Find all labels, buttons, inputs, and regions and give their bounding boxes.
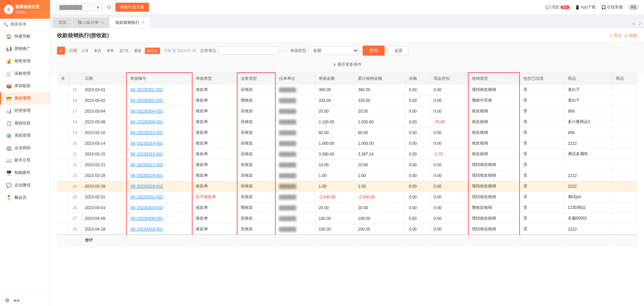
col-header-write-off-amount[interactable]: 累计核销金额: [355, 73, 406, 84]
partner-input[interactable]: [218, 47, 279, 55]
message-link[interactable]: 💬 消息 99+: [545, 4, 570, 10]
cell-write-off-type: 现结收款核销: [468, 181, 520, 192]
col-header-voucher-no[interactable]: 单据编号: [126, 73, 192, 84]
cell-gear: [57, 160, 69, 170]
settings-icon[interactable]: ⚙️: [5, 298, 10, 303]
sidebar-item-quick-nav[interactable]: 🏠 快捷导航: [0, 30, 50, 43]
gear-icon[interactable]: ⚙: [107, 4, 111, 10]
col-header-product2[interactable]: 商品: [612, 73, 637, 84]
sidebar-item-guide[interactable]: 📖 新手引导: [0, 154, 50, 167]
sidebar-item-marketing[interactable]: 📢 营销推广: [0, 43, 50, 55]
sidebar-item-wechat[interactable]: 💬 企业微信: [0, 179, 50, 191]
sidebar-item-inventory[interactable]: 📦 库存核算: [0, 80, 50, 92]
industry-solution-button[interactable]: 体验行业方案: [115, 3, 149, 12]
sidebar-item-operation[interactable]: 📊 经营管理: [0, 105, 50, 117]
close-all-icon[interactable]: ✕: [632, 22, 635, 26]
cell-include-settled: 否: [520, 106, 564, 117]
col-header-partner[interactable]: 往来单位: [275, 73, 315, 84]
collapse-icon[interactable]: ◀◀: [13, 298, 19, 303]
cell-amount: 20.00: [315, 202, 355, 213]
cell-product1: 2222: [565, 138, 612, 149]
user-avatar[interactable]: Rit: [628, 4, 639, 11]
date-opt-more[interactable]: 更多: [132, 48, 144, 54]
col-header-date[interactable]: 日期: [81, 73, 126, 84]
cell-voucher-no[interactable]: SK-20230418-001: [126, 224, 192, 235]
cell-biz-type: 应收款: [237, 127, 275, 138]
expand-more-conditions[interactable]: ∨ 展开更多条件: [329, 60, 366, 69]
sidebar-item-label: 智能硬件: [14, 170, 31, 176]
cell-biz-type: 应收款: [237, 213, 275, 224]
col-header-balance[interactable]: 余额: [406, 73, 430, 84]
refresh-button[interactable]: ↻ 刷新: [625, 33, 637, 39]
column-settings-icon[interactable]: ⚙: [61, 76, 65, 81]
cell-voucher-no[interactable]: SK-20230301-002: [126, 84, 192, 95]
cell-include-settled: 否: [520, 170, 564, 181]
sidebar-item-sales[interactable]: 💰 销售管理: [0, 55, 50, 67]
sidebar-item-corp[interactable]: 🏢 企业协同: [0, 142, 50, 154]
cell-biz-type: 应收款: [237, 224, 275, 235]
sidebar-item-hardware[interactable]: 🖥️ 智能硬件: [0, 167, 50, 179]
online-service-link[interactable]: 🎧 在线客服: [601, 4, 623, 10]
cell-voucher-no[interactable]: SK-20230321-003: [126, 160, 192, 170]
col-header-voucher-type[interactable]: 单据类型: [192, 73, 237, 84]
org-selector[interactable]: ████████ ▾: [56, 3, 103, 11]
date-opt-custom[interactable]: 自定义: [145, 48, 160, 54]
col-header-amount[interactable]: 单据金额: [315, 73, 355, 84]
export-button[interactable]: ↗ 导出: [609, 33, 622, 39]
cell-include-settled: 否: [520, 213, 564, 224]
tab-pre-receive[interactable]: 预□□应付单 ✕: [72, 17, 109, 28]
cell-voucher-no[interactable]: SK-20230308-001: [126, 117, 192, 127]
cell-voucher-no[interactable]: SK-20230328-001: [126, 170, 192, 181]
sidebar-item-system[interactable]: ⚙️ 系统管理: [0, 129, 50, 142]
tab-pre-receive-close[interactable]: ✕: [101, 20, 104, 25]
sidebar-item-member[interactable]: 🎖️ 畅会员: [0, 191, 50, 204]
cell-write-off-amount: 333.00: [355, 95, 406, 106]
col-header-gear[interactable]: ⚙: [57, 73, 69, 84]
sidebar-item-basic[interactable]: 📋 基础信息: [0, 117, 50, 129]
col-header-write-off-type[interactable]: 核销类型: [468, 73, 520, 84]
sidebar-item-finance[interactable]: 💳 资金管理: [0, 92, 50, 105]
cell-write-off-amount: 60.00: [355, 127, 406, 138]
sidebar-item-purchase[interactable]: 🛒 采购管理: [0, 67, 50, 80]
date-opt-this-year[interactable]: 本年: [105, 48, 116, 54]
app-download-link[interactable]: 📱 App下载: [575, 4, 596, 10]
date-opt-this-month[interactable]: 本月: [92, 48, 103, 54]
col-header-biz-type[interactable]: 业务类型: [237, 73, 275, 84]
cell-voucher-no[interactable]: SK-20230304-001: [126, 106, 192, 117]
voucher-type-select[interactable]: 全部: [308, 46, 359, 55]
tab-write-off-close[interactable]: ✕: [142, 20, 145, 25]
col-header-cash-discount[interactable]: 现金折扣: [430, 73, 468, 84]
date-opt-7days[interactable]: 近7天: [117, 48, 131, 54]
cell-voucher-no[interactable]: SK-20230331-002: [126, 192, 192, 202]
cell-partner: ██████: [275, 170, 315, 181]
cell-voucher-type: 收款单: [192, 181, 237, 192]
cell-gear: [57, 84, 69, 95]
cell-voucher-no[interactable]: SK-20230403-002: [126, 202, 192, 213]
col-header-include-settled[interactable]: 包含已结清: [520, 73, 564, 84]
date-opt-last-month[interactable]: 上月: [79, 48, 91, 54]
filter-toggle-button[interactable]: »: [57, 47, 65, 55]
expand-icon[interactable]: ⤢: [638, 22, 641, 26]
cell-no: 21: [69, 149, 81, 160]
tab-write-off[interactable]: 收款核销执行 ✕: [110, 17, 150, 28]
cell-voucher-no[interactable]: SK-20230314-001: [126, 138, 192, 149]
total-cell: [315, 235, 355, 246]
query-button[interactable]: 查询: [363, 46, 385, 56]
cell-voucher-no[interactable]: SK-20230315-002: [126, 149, 192, 160]
date-filter-group: 日期 上月 本月 本年 近7天 更多 自定义: [69, 48, 160, 54]
cell-voucher-no[interactable]: SK-20230328-002: [126, 181, 192, 192]
tab-home[interactable]: 首页: [53, 17, 72, 28]
tab-home-label: 首页: [58, 20, 66, 25]
cell-voucher-no[interactable]: SK-20230408-001: [126, 213, 192, 224]
setting-button[interactable]: 设置: [389, 46, 408, 56]
sidebar-item-label: 库存核算: [14, 83, 31, 89]
cell-voucher-no[interactable]: SK-20230310-001: [126, 127, 192, 138]
table-row: 212023-03-15SK-20230315-002收款单应收款██████3…: [57, 149, 637, 160]
col-header-product1[interactable]: 商品: [565, 73, 612, 84]
cell-balance: 0.00: [406, 170, 430, 181]
table-total-row: 合计: [57, 235, 637, 246]
sidebar-search[interactable]: 🔍 搜索菜单: [0, 19, 50, 30]
total-cell: [275, 235, 315, 246]
filter-dots: ···: [281, 48, 286, 53]
cell-voucher-no[interactable]: SK-20230302-002: [126, 95, 192, 106]
